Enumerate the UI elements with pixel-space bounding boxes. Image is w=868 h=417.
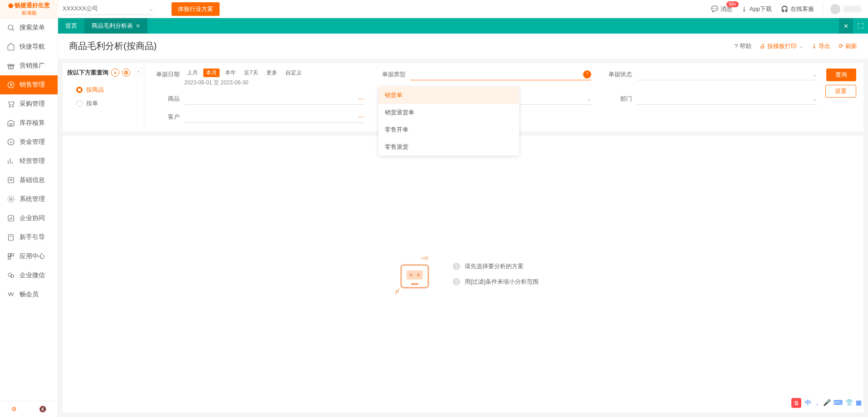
dropdown-option[interactable]: 销货退货单 bbox=[378, 104, 519, 121]
export-icon: ⤓ bbox=[812, 43, 817, 49]
sidebar-item-inventory[interactable]: 库存核算 bbox=[0, 113, 58, 132]
sidebar-item-operations[interactable]: 经营管理 bbox=[0, 152, 58, 171]
ime-punct-icon[interactable]: ， bbox=[814, 399, 820, 407]
empty-state: 1请先选择要分析的方案 2用[过滤]条件来缩小分析范围 bbox=[63, 136, 863, 412]
sidebar-item-wechat[interactable]: 企业微信 bbox=[0, 266, 58, 285]
customer-input[interactable]: ⋯ bbox=[184, 111, 365, 123]
refresh-icon: ⟳ bbox=[839, 43, 843, 49]
trial-button[interactable]: 体验行业方案 bbox=[172, 2, 220, 16]
footer-gear-icon[interactable]: ⚙ bbox=[11, 406, 17, 412]
sidebar-item-collaboration[interactable]: 企业协同 bbox=[0, 209, 58, 228]
export-button[interactable]: ⤓导出 bbox=[812, 42, 830, 50]
sidebar-item-app-center[interactable]: 应用中心 bbox=[0, 247, 58, 266]
message-icon: 💬 bbox=[711, 5, 718, 12]
svg-line-2 bbox=[12, 29, 14, 30]
sidebar-item-purchase[interactable]: 采购管理 bbox=[0, 94, 58, 113]
messages-button[interactable]: 💬 消息 99+ bbox=[711, 5, 732, 13]
filters-panel: 按以下方案查询 + ⚙ « 按商品 按单 bbox=[63, 63, 863, 131]
help-icon: ? bbox=[735, 43, 738, 49]
ime-mic-icon[interactable]: 🎤 bbox=[823, 399, 831, 407]
date-chip-this-year[interactable]: 本年 bbox=[222, 69, 239, 77]
filter-label-customer: 客户 bbox=[152, 111, 180, 121]
date-range-text: 2023-06-01 至 2023-06-30 bbox=[184, 79, 365, 87]
empty-step-1: 1请先选择要分析的方案 bbox=[453, 262, 539, 270]
sidebar-item-vip[interactable]: 畅会员 bbox=[0, 285, 58, 304]
collapse-schemes-button[interactable]: « bbox=[135, 68, 142, 75]
doc-type-select[interactable]: ⌃ bbox=[410, 69, 591, 80]
dept-select[interactable]: ⌄ bbox=[637, 93, 817, 105]
filter-label-date: 单据日期 bbox=[152, 69, 180, 78]
svg-point-18 bbox=[10, 198, 12, 201]
date-chip-last-month[interactable]: 上月 bbox=[184, 69, 201, 77]
query-button[interactable]: 查询 bbox=[826, 69, 856, 81]
gift-icon bbox=[7, 62, 15, 70]
svg-rect-21 bbox=[9, 235, 14, 240]
date-chip-more[interactable]: 更多 bbox=[264, 69, 280, 77]
ime-tools-icon[interactable]: ▦ bbox=[856, 399, 862, 407]
svg-point-0 bbox=[162, 7, 163, 9]
gear-icon[interactable] bbox=[159, 5, 166, 13]
svg-text:¥: ¥ bbox=[10, 140, 12, 144]
tab-product-profit[interactable]: 商品毛利分析表 ✕ bbox=[84, 18, 147, 34]
print-button[interactable]: 🖨按模板打印⌄ bbox=[760, 42, 804, 50]
schemes-panel: 按以下方案查询 + ⚙ « 按商品 按单 bbox=[63, 63, 144, 131]
scheme-settings-button[interactable]: ⚙ bbox=[122, 69, 130, 77]
chevron-down-icon: ⌄ bbox=[812, 71, 817, 78]
dropdown-option[interactable]: 零售退货 bbox=[378, 138, 519, 156]
sidebar-item-system[interactable]: 系统管理 bbox=[0, 190, 58, 209]
footer-sound-icon[interactable]: 🔇 bbox=[39, 406, 46, 412]
sidebar-item-funds[interactable]: ¥ 资金管理 bbox=[0, 132, 58, 152]
sidebar-item-search-menu[interactable]: 搜索菜单 bbox=[0, 18, 58, 37]
filter-label-doc-status: 单据状态 bbox=[605, 69, 632, 78]
tab-home[interactable]: 首页 bbox=[58, 18, 84, 34]
chart-icon bbox=[7, 157, 15, 165]
collab-icon bbox=[7, 214, 15, 222]
chevron-up-icon: ⌃ bbox=[583, 70, 591, 78]
sidebar-item-marketing[interactable]: 营销推广 bbox=[0, 56, 58, 75]
cart-icon bbox=[7, 100, 15, 108]
sidebar-item-sales[interactable]: 销售管理 bbox=[0, 75, 58, 94]
empty-illustration bbox=[387, 251, 442, 297]
chevron-down-icon: ⌄ bbox=[799, 43, 804, 49]
sidebar-item-basic-info[interactable]: 基础信息 bbox=[0, 171, 58, 190]
product-input[interactable]: ⋯ bbox=[184, 93, 365, 105]
date-chip-custom[interactable]: 自定义 bbox=[283, 69, 304, 77]
dropdown-option[interactable]: 销货单 bbox=[378, 87, 519, 104]
close-icon[interactable]: ✕ bbox=[136, 23, 140, 29]
user-menu[interactable] bbox=[823, 4, 861, 14]
ime-lang-icon[interactable]: 中 bbox=[805, 399, 811, 407]
empty-step-2: 2用[过滤]条件来缩小分析范围 bbox=[453, 278, 539, 286]
settings-button[interactable]: 设置 bbox=[825, 85, 856, 98]
doc-status-select[interactable]: ⌄ bbox=[637, 69, 817, 80]
dropdown-option[interactable]: 零售开单 bbox=[378, 121, 519, 138]
scheme-by-product[interactable]: 按商品 bbox=[67, 83, 139, 97]
ime-keyboard-icon[interactable]: ⌨ bbox=[834, 399, 843, 407]
user-name-hidden bbox=[843, 6, 861, 12]
search-icon bbox=[7, 24, 15, 32]
company-select[interactable]: XXXXXX公司 ⌄ bbox=[63, 3, 153, 15]
print-icon: 🖨 bbox=[760, 43, 765, 49]
scheme-by-order[interactable]: 按单 bbox=[67, 97, 139, 110]
close-all-icon[interactable]: ✕ bbox=[839, 18, 853, 34]
app-download-button[interactable]: ⭳ App下载 bbox=[741, 5, 772, 13]
help-button[interactable]: ?帮助 bbox=[735, 42, 751, 50]
ime-skin-icon[interactable]: 👕 bbox=[845, 399, 853, 407]
fullscreen-icon[interactable]: ⛶ bbox=[853, 18, 868, 34]
svg-point-30 bbox=[410, 274, 412, 276]
home-icon bbox=[7, 43, 15, 51]
money-icon: ¥ bbox=[7, 138, 15, 146]
add-scheme-button[interactable]: + bbox=[111, 69, 119, 77]
sidebar-item-guide[interactable]: 新手引导 bbox=[0, 228, 58, 247]
date-chip-last-7d[interactable]: 近7天 bbox=[241, 69, 261, 77]
guide-icon bbox=[7, 233, 15, 241]
page-title: 商品毛利分析(按商品) bbox=[69, 40, 157, 52]
date-chip-this-month[interactable]: 本月 bbox=[203, 69, 220, 77]
ime-widget[interactable]: S 中 ， 🎤 ⌨ 👕 ▦ bbox=[791, 398, 862, 408]
page-header: 商品毛利分析(按商品) ?帮助 🖨按模板打印⌄ ⤓导出 ⟳刷新 bbox=[58, 34, 868, 59]
online-service-button[interactable]: 🎧 在线客服 bbox=[781, 5, 814, 13]
sidebar-item-quick-nav[interactable]: 快捷导航 bbox=[0, 37, 58, 56]
top-header: ⬣畅捷通好生意 标准版 XXXXXX公司 ⌄ 体验行业方案 💬 消息 99+ ⭳… bbox=[0, 0, 868, 18]
svg-rect-23 bbox=[8, 254, 10, 256]
company-name: XXXXXX公司 bbox=[63, 5, 98, 13]
refresh-button[interactable]: ⟳刷新 bbox=[839, 42, 857, 50]
